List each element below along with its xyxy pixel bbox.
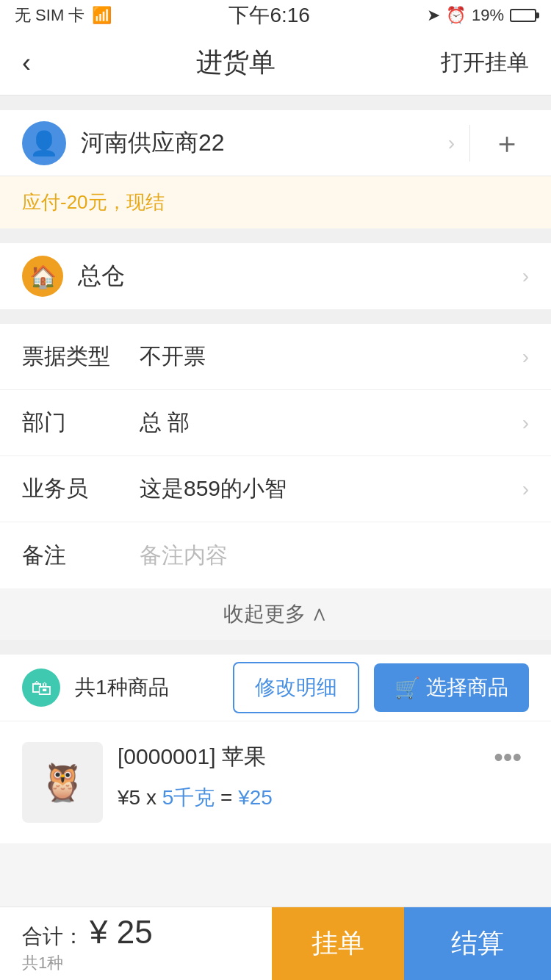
settle-button[interactable]: 结算 — [404, 907, 551, 981]
back-button[interactable]: ‹ — [22, 48, 31, 79]
invoice-type-value: 不开票 — [140, 342, 522, 372]
salesman-label: 业务员 — [22, 474, 140, 504]
invoice-chevron-icon: › — [522, 345, 529, 369]
supplier-chevron-icon: › — [448, 131, 455, 155]
remark-input[interactable]: 备注内容 — [140, 541, 529, 571]
collapse-label: 收起更多 ∧ — [223, 600, 328, 628]
notice-text: 应付-20元，现结 — [22, 191, 165, 213]
status-right: ➤ ⏰ 19% — [427, 6, 536, 25]
add-button[interactable]: ＋ — [485, 123, 529, 163]
edit-detail-button[interactable]: 修改明细 — [233, 662, 359, 713]
warehouse-row[interactable]: 🏠 总仓 › — [0, 243, 551, 309]
product-count-icon: 🛍 — [22, 669, 60, 707]
salesman-row[interactable]: 业务员 这是859的小智 › — [0, 456, 551, 522]
product-code: [0000001] — [118, 744, 215, 768]
department-value: 总 部 — [140, 408, 522, 438]
page-title: 进货单 — [196, 45, 276, 81]
alarm-icon: ⏰ — [446, 6, 466, 25]
department-row[interactable]: 部门 总 部 › — [0, 390, 551, 456]
invoice-type-label: 票据类型 — [22, 342, 140, 372]
price-label: ¥5 x — [118, 786, 162, 809]
section-divider-4 — [0, 640, 551, 655]
supplier-row[interactable]: 👤 河南供应商22 › ＋ — [0, 110, 551, 176]
footer-bar: 合计： ¥ 25 共1种 挂单 结算 — [0, 907, 551, 980]
section-divider-2 — [0, 228, 551, 243]
open-hang-button[interactable]: 打开挂单 — [441, 48, 529, 78]
battery-icon — [510, 9, 536, 22]
carrier-label: 无 SIM 卡 — [15, 4, 84, 26]
person-icon: 👤 — [29, 129, 59, 157]
more-options-button[interactable]: ••• — [486, 742, 529, 773]
product-item: 🦉 [0000001] 苹果 ¥5 x 5千克 = ¥25 ••• — [0, 721, 551, 843]
product-info: [0000001] 苹果 ¥5 x 5千克 = ¥25 — [118, 742, 472, 812]
form-section: 票据类型 不开票 › 部门 总 部 › 业务员 这是859的小智 › 备注 备注… — [0, 324, 551, 588]
product-thumbnail: 🦉 — [22, 742, 103, 823]
collapse-row[interactable]: 收起更多 ∧ — [0, 588, 551, 640]
home-icon: 🏠 — [29, 264, 57, 289]
salesman-value: 这是859的小智 — [140, 474, 522, 504]
battery-percent: 19% — [472, 6, 504, 25]
product-count-label: 共1种商品 — [75, 674, 218, 702]
product-total: ¥25 — [238, 786, 273, 809]
total-amount: ¥ 25 — [90, 914, 153, 951]
department-chevron-icon: › — [522, 411, 529, 435]
wifi-icon: 📶 — [92, 6, 112, 25]
footer-total: 合计： ¥ 25 共1种 — [0, 914, 272, 974]
products-header: 🛍 共1种商品 修改明细 🛒 选择商品 — [0, 655, 551, 721]
salesman-chevron-icon: › — [522, 478, 529, 501]
product-name: [0000001] 苹果 — [118, 742, 472, 772]
section-divider-1 — [0, 96, 551, 110]
shopping-icon: 🛍 — [31, 676, 51, 700]
remark-label: 备注 — [22, 541, 140, 571]
location-icon: ➤ — [427, 6, 440, 25]
product-owl-icon: 🦉 — [40, 761, 85, 804]
supplier-name: 河南供应商22 — [81, 127, 448, 159]
section-divider-3 — [0, 309, 551, 324]
nav-bar: ‹ 进货单 打开挂单 — [0, 31, 551, 96]
remark-row[interactable]: 备注 备注内容 — [0, 522, 551, 588]
total-label: 合计： — [22, 923, 84, 951]
invoice-type-row[interactable]: 票据类型 不开票 › — [0, 324, 551, 390]
status-left: 无 SIM 卡 📶 — [15, 4, 112, 26]
notice-bar: 应付-20元，现结 — [0, 176, 551, 228]
warehouse-chevron-icon: › — [522, 264, 529, 288]
warehouse-icon: 🏠 — [22, 256, 63, 297]
time-label: 下午6:16 — [228, 1, 310, 29]
warehouse-name: 总仓 — [78, 260, 522, 292]
supplier-divider — [469, 125, 470, 162]
product-title: 苹果 — [222, 744, 266, 768]
department-label: 部门 — [22, 408, 140, 438]
equals-label: = — [215, 786, 238, 809]
select-product-label: 选择商品 — [426, 674, 508, 702]
hang-button[interactable]: 挂单 — [272, 907, 404, 981]
select-product-button[interactable]: 🛒 选择商品 — [374, 663, 529, 712]
total-sub: 共1种 — [22, 952, 250, 974]
product-price: ¥5 x 5千克 = ¥25 — [118, 784, 472, 812]
cart-icon: 🛒 — [395, 676, 420, 700]
supplier-avatar: 👤 — [22, 121, 66, 165]
product-qty: 5千克 — [162, 786, 215, 809]
status-bar: 无 SIM 卡 📶 下午6:16 ➤ ⏰ 19% — [0, 0, 551, 31]
